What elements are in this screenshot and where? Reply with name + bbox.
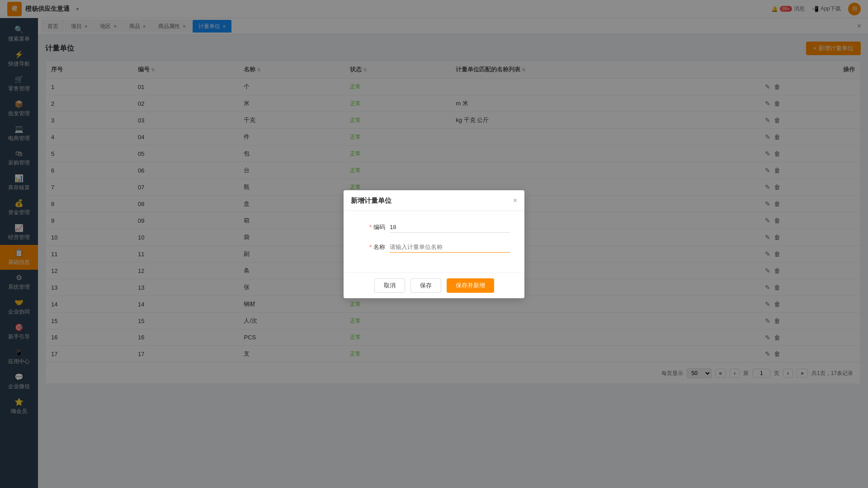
modal-overlay[interactable]: 新增计量单位 × 编码 名称 取消 保存 保存并新增 (0, 0, 868, 488)
name-label: 名称 (358, 243, 385, 251)
modal-footer: 取消 保存 保存并新增 (344, 272, 524, 298)
form-row-code: 编码 (358, 222, 510, 233)
modal-close-button[interactable]: × (513, 197, 517, 205)
save-and-new-button[interactable]: 保存并新增 (447, 278, 494, 293)
code-input[interactable] (390, 222, 510, 233)
modal-body: 编码 名称 (344, 211, 524, 272)
name-input[interactable] (390, 242, 510, 253)
modal-header: 新增计量单位 × (344, 190, 524, 211)
save-button[interactable]: 保存 (410, 278, 441, 293)
form-row-name: 名称 (358, 242, 510, 253)
add-unit-modal: 新增计量单位 × 编码 名称 取消 保存 保存并新增 (344, 190, 524, 298)
code-label: 编码 (358, 223, 385, 231)
modal-title: 新增计量单位 (351, 197, 392, 205)
cancel-button[interactable]: 取消 (374, 278, 405, 293)
